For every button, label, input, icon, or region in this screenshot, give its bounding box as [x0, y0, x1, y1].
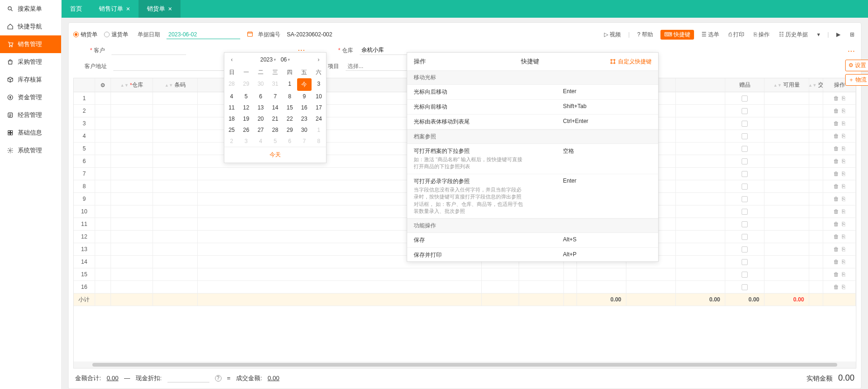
tab-0[interactable]: 首页 — [62, 0, 90, 18]
calendar-day[interactable]: 19 — [239, 113, 253, 124]
radio-sale[interactable]: 销货单 — [73, 31, 97, 39]
gift-checkbox[interactable] — [742, 196, 748, 202]
copy-icon[interactable]: ⎘ — [842, 208, 845, 215]
delete-icon[interactable]: 🗑 — [833, 145, 839, 152]
tab-1[interactable]: 销售订单✕ — [90, 0, 139, 18]
copy-icon[interactable]: ⎘ — [842, 284, 845, 290]
calendar-day[interactable]: 28 — [268, 124, 282, 136]
delete-icon[interactable]: 🗑 — [833, 271, 839, 278]
sidebar-item-4[interactable]: 库存核算 — [0, 71, 61, 89]
delete-icon[interactable]: 🗑 — [833, 208, 839, 215]
calendar-day[interactable]: 10 — [312, 91, 326, 102]
calendar-day[interactable]: 30 — [297, 124, 312, 136]
help-button[interactable]: ? 帮助 — [635, 30, 655, 40]
delete-icon[interactable]: 🗑 — [833, 196, 839, 202]
calendar-day[interactable]: 3 — [312, 78, 326, 91]
calendar-day[interactable]: 8 — [312, 136, 326, 147]
calendar-day[interactable]: 12 — [239, 102, 253, 113]
calendar-day[interactable]: 4 — [224, 91, 239, 102]
calendar-day[interactable]: 7 — [297, 136, 312, 147]
calendar-day[interactable]: 6 — [283, 136, 297, 147]
th-barcode[interactable]: ▲▼条码 — [153, 78, 198, 92]
delete-icon[interactable]: 🗑 — [833, 221, 839, 227]
history-dropdown-icon[interactable]: ▾ — [815, 30, 822, 39]
delete-icon[interactable]: 🗑 — [833, 259, 839, 265]
sidebar-item-1[interactable]: 快捷导航 — [0, 18, 61, 35]
delete-icon[interactable]: 🗑 — [833, 133, 839, 139]
gift-checkbox[interactable] — [742, 133, 748, 139]
copy-icon[interactable]: ⎘ — [842, 95, 845, 102]
sidebar-item-6[interactable]: 经营管理 — [0, 106, 61, 124]
calendar-day[interactable]: 23 — [297, 113, 312, 124]
gift-checkbox[interactable] — [742, 209, 748, 215]
sidebar-item-3[interactable]: 采购管理 — [0, 53, 61, 71]
tab-close-icon[interactable]: ✕ — [168, 6, 172, 12]
gift-checkbox[interactable] — [742, 146, 748, 152]
gift-checkbox[interactable] — [742, 108, 748, 114]
calendar-day[interactable]: 20 — [253, 113, 268, 124]
gift-checkbox[interactable] — [742, 284, 748, 290]
calendar-day[interactable]: 9 — [297, 91, 312, 102]
calendar-day[interactable]: 22 — [283, 113, 297, 124]
delete-icon[interactable]: 🗑 — [833, 158, 839, 164]
table-row[interactable]: 15🗑⎘ — [74, 268, 856, 281]
copy-icon[interactable]: ⎘ — [842, 158, 845, 164]
sidebar-item-0[interactable]: 搜索菜单 — [0, 0, 61, 18]
calendar-day[interactable]: 5 — [268, 136, 282, 147]
gift-checkbox[interactable] — [742, 221, 748, 227]
print-button[interactable]: ⎙ 打印 — [727, 30, 746, 40]
tab-2[interactable]: 销货单✕ — [139, 0, 181, 18]
delete-icon[interactable]: 🗑 — [833, 108, 839, 114]
video-button[interactable]: ▷ 视频 — [602, 30, 623, 40]
tab-close-icon[interactable]: ✕ — [126, 6, 130, 12]
delete-icon[interactable]: 🗑 — [833, 95, 839, 102]
calendar-day[interactable]: 31 — [268, 78, 282, 91]
delete-icon[interactable]: 🗑 — [833, 183, 839, 190]
logistics-button[interactable]: ＋ 物流 — [845, 74, 868, 86]
gift-checkbox[interactable] — [742, 171, 748, 177]
calendar-day[interactable]: 18 — [224, 113, 239, 124]
calendar-day[interactable]: 5 — [239, 91, 253, 102]
th-deliver[interactable]: ▲▼交 — [809, 78, 823, 92]
calendar-day[interactable]: 8 — [283, 91, 297, 102]
form-more-icon[interactable]: ··· — [848, 48, 855, 55]
copy-icon[interactable]: ⎘ — [842, 221, 845, 227]
calendar-day[interactable]: 2 — [224, 136, 239, 147]
calendar-icon[interactable] — [247, 31, 253, 39]
calendar-day[interactable]: 16 — [297, 102, 312, 113]
th-warehouse[interactable]: ▲▼*仓库 — [111, 78, 153, 92]
copy-icon[interactable]: ⎘ — [842, 271, 845, 278]
gift-checkbox[interactable] — [742, 158, 748, 164]
customer-input[interactable] — [111, 46, 186, 55]
discount-input[interactable] — [167, 374, 209, 382]
copy-icon[interactable]: ⎘ — [842, 171, 845, 177]
calendar-day[interactable]: 29 — [283, 124, 297, 136]
copy-icon[interactable]: ⎘ — [842, 259, 845, 265]
customize-shortcut-link[interactable]: 自定义快捷键 — [610, 58, 652, 66]
calendar-day[interactable]: 3 — [239, 136, 253, 147]
gift-checkbox[interactable] — [742, 121, 748, 127]
gift-checkbox[interactable] — [742, 234, 748, 240]
date-input[interactable] — [167, 30, 240, 39]
calendar-day[interactable]: 26 — [239, 124, 253, 136]
delete-icon[interactable]: 🗑 — [833, 246, 839, 253]
horizontal-scrollbar[interactable] — [74, 362, 856, 368]
th-gift[interactable]: 赠品 — [725, 78, 764, 92]
calendar-day[interactable]: 30 — [253, 78, 268, 91]
select-button[interactable]: ☰ 选单 — [700, 30, 721, 40]
calendar-year-select[interactable]: 2023▾ — [260, 56, 276, 63]
calendar-day[interactable]: 1 — [312, 124, 326, 136]
copy-icon[interactable]: ⎘ — [842, 133, 845, 139]
copy-icon[interactable]: ⎘ — [842, 246, 845, 253]
sidebar-item-2[interactable]: 销售管理 — [0, 35, 61, 53]
hotkey-button[interactable]: ⌨ 快捷键 — [660, 30, 694, 40]
sidebar-item-7[interactable]: 基础信息 — [0, 124, 61, 142]
delete-icon[interactable]: 🗑 — [833, 284, 839, 290]
copy-icon[interactable]: ⎘ — [842, 233, 845, 240]
delete-icon[interactable]: 🗑 — [833, 233, 839, 240]
copy-icon[interactable]: ⎘ — [842, 183, 845, 190]
calendar-day[interactable]: 今 — [297, 78, 312, 91]
settings-button[interactable]: ⚙ 设置 — [845, 60, 868, 71]
delete-icon[interactable]: 🗑 — [833, 171, 839, 177]
calendar-next-icon[interactable]: › — [316, 56, 321, 63]
